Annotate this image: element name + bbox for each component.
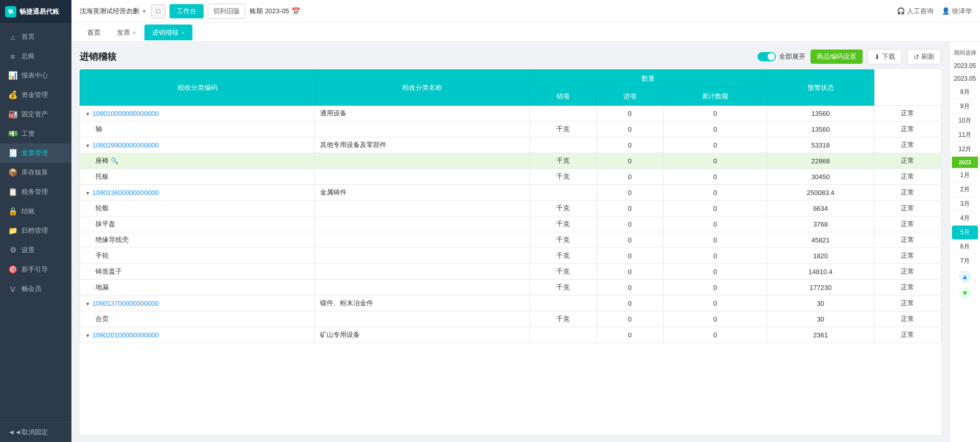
- cell-warning: 正常: [874, 121, 941, 137]
- sidebar-item-archive[interactable]: 📁 归档管理: [0, 221, 71, 240]
- cell-purchase: 0: [663, 169, 767, 185]
- expand-all-toggle[interactable]: 全部展开: [757, 52, 805, 61]
- table-row[interactable]: 座椅 🔍千克0022868正常: [80, 153, 941, 169]
- period-item[interactable]: 2023.05: [952, 72, 978, 85]
- table-row[interactable]: 抹平盘千克003768正常: [80, 216, 941, 232]
- sidebar-item-payroll[interactable]: 💵 工资: [0, 124, 71, 143]
- cell-unit: 千克: [529, 248, 596, 264]
- old-version-button[interactable]: 切到旧版: [208, 4, 246, 19]
- period-item[interactable]: 2023.05: [952, 60, 978, 72]
- sidebar-item-reports[interactable]: 📊 报表中心: [0, 66, 71, 85]
- cell-sales: 0: [596, 248, 663, 264]
- cell-purchase: 0: [663, 201, 767, 216]
- expand-icon: ▼: [85, 143, 90, 149]
- sidebar-item-settings[interactable]: ⚙ 设置: [0, 240, 71, 260]
- table-row[interactable]: ▼109020100000000000矿山专用设备002361正常: [80, 327, 941, 343]
- tab-reconcile-close[interactable]: ×: [181, 30, 184, 36]
- ledger-icon: ≡: [8, 52, 17, 61]
- cell-subitem-name: 铸造盖子: [80, 264, 315, 280]
- period-item[interactable]: 9月: [952, 100, 978, 114]
- cell-unit: 千克: [529, 232, 596, 248]
- product-code-button[interactable]: 商品编码设置: [811, 50, 863, 64]
- sidebar-item-tax[interactable]: 📋 税务管理: [0, 182, 71, 202]
- table-row[interactable]: 轮毂千克006634正常: [80, 201, 941, 216]
- sidebar: 畅 畅捷通易代账 ⌂ 首页 ≡ 总账 📊 报表中心 💰 资金管理 🏭 固定资产 …: [0, 0, 71, 442]
- table-row[interactable]: ▼109013700000000000锻件、粉末冶金件0030正常: [80, 296, 941, 311]
- table-row[interactable]: 地漏千克00177230正常: [80, 280, 941, 296]
- save-button[interactable]: □: [151, 4, 165, 18]
- reconcile-table: 税收分类编码 税收分类名称 数量 预警状态 销项 进项 累计数额 ▼109010…: [80, 69, 941, 343]
- sidebar-item-invoice[interactable]: 🧾 发票管理: [0, 143, 71, 163]
- user-menu[interactable]: 👤 徐泽华: [942, 7, 972, 16]
- cell-sales: 0: [596, 296, 663, 311]
- cell-sales: 0: [596, 137, 663, 153]
- period-item[interactable]: 5月: [952, 226, 978, 240]
- period-item[interactable]: 8月: [952, 85, 978, 100]
- sidebar-item-closing[interactable]: 🔒 结账: [0, 202, 71, 221]
- unpin-label: ◄◄取消固定: [8, 428, 48, 437]
- cell-purchase: 0: [663, 280, 767, 296]
- sidebar-item-home[interactable]: ⌂ 首页: [0, 27, 71, 46]
- period-item[interactable]: 11月: [952, 128, 978, 142]
- table-row[interactable]: 绝缘导线壳千克0045821正常: [80, 232, 941, 248]
- cell-unit: [529, 296, 596, 311]
- period-down-btn[interactable]: ▼: [959, 287, 971, 299]
- cell-warning: 正常: [874, 248, 941, 264]
- tab-reconcile-label: 进销稽核: [152, 28, 179, 37]
- table-row[interactable]: 铸造盖子千克0014810.4正常: [80, 264, 941, 280]
- sidebar-item-ledger[interactable]: ≡ 总账: [0, 46, 71, 66]
- page-header: 进销稽核 全部展开 商品编码设置 ⬇ 下载 ↺ 刷新: [80, 49, 941, 64]
- tab-reconcile[interactable]: 进销稽核 ×: [144, 24, 192, 40]
- cell-warning: 正常: [874, 153, 941, 169]
- service-button[interactable]: 🎧 人工咨询: [897, 7, 934, 16]
- period-item[interactable]: 7月: [952, 254, 978, 268]
- tabbar: 首页 发票 × 进销稽核 ×: [71, 22, 980, 42]
- table-row[interactable]: 托板千克0030450正常: [80, 169, 941, 185]
- workbench-button[interactable]: 工作台: [169, 4, 204, 18]
- cell-warning: 正常: [874, 264, 941, 280]
- sidebar-item-capital[interactable]: 💰 资金管理: [0, 85, 71, 105]
- calendar-icon[interactable]: 📅: [291, 7, 300, 15]
- refresh-button[interactable]: ↺ 刷新: [907, 49, 941, 64]
- period-item[interactable]: 6月: [952, 240, 978, 254]
- table-row[interactable]: ▼109010000000000000通用设备0013560正常: [80, 106, 941, 121]
- period-up-btn[interactable]: ▲: [959, 271, 971, 283]
- sidebar-unpin[interactable]: ◄◄取消固定: [0, 422, 71, 442]
- period-text-label: 账期: [250, 7, 263, 16]
- guide-icon: 🎯: [8, 265, 17, 274]
- download-button[interactable]: ⬇ 下载: [868, 49, 902, 64]
- cell-warning: 正常: [874, 201, 941, 216]
- cell-purchase: 0: [663, 121, 767, 137]
- expand-toggle-switch[interactable]: [757, 52, 776, 61]
- table-row[interactable]: ▼109029900000000000其他专用设备及零部件0053318正常: [80, 137, 941, 153]
- sidebar-label-home: 首页: [21, 32, 35, 41]
- cell-subitem-name: 绝缘导线壳: [80, 232, 315, 248]
- period-item[interactable]: 12月: [952, 142, 978, 157]
- cell-unit: [529, 185, 596, 201]
- sidebar-item-inventory[interactable]: 📦 库存核算: [0, 163, 71, 182]
- tab-home[interactable]: 首页: [80, 24, 108, 40]
- period-item[interactable]: 2023: [952, 157, 978, 168]
- sidebar-label-reports: 报表中心: [21, 71, 48, 80]
- period-item[interactable]: 10月: [952, 114, 978, 128]
- period-item[interactable]: 1月: [952, 168, 978, 183]
- sidebar-item-member[interactable]: V 畅会员: [0, 279, 71, 299]
- table-row[interactable]: 轴千克0013560正常: [80, 121, 941, 137]
- period-item[interactable]: 4月: [952, 211, 978, 226]
- cell-purchase: 0: [663, 137, 767, 153]
- table-row[interactable]: 手轮千克001820正常: [80, 248, 941, 264]
- table-row[interactable]: 合页千克0030正常: [80, 311, 941, 327]
- company-selector[interactable]: 沈海英测试经营勿删 ▼: [80, 7, 147, 16]
- cell-purchase: 0: [663, 185, 767, 201]
- tab-invoice-label: 发票: [117, 28, 130, 37]
- cell-total: 177230: [767, 280, 874, 296]
- table-row[interactable]: ▼109013600000000000金属铸件00250083.4正常: [80, 185, 941, 201]
- period-item[interactable]: 2月: [952, 183, 978, 197]
- expand-all-label: 全部展开: [779, 52, 805, 61]
- sidebar-item-guide[interactable]: 🎯 新手引导: [0, 260, 71, 279]
- tab-invoice[interactable]: 发票 ×: [109, 24, 143, 40]
- sidebar-item-fixed-assets[interactable]: 🏭 固定资产: [0, 105, 71, 124]
- period-item[interactable]: 3月: [952, 197, 978, 211]
- expand-icon: ▼: [85, 111, 90, 117]
- tab-invoice-close[interactable]: ×: [133, 30, 136, 36]
